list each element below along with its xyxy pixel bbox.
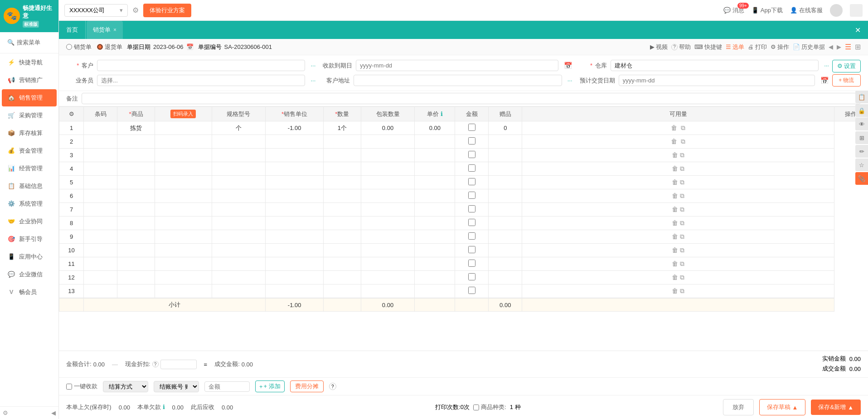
cell-gift-1[interactable] xyxy=(455,121,489,135)
sidebar-item-operations[interactable]: 📊 经营管理 xyxy=(2,160,57,177)
sidebar-item-marketing[interactable]: 📢 营销推广 xyxy=(2,72,57,89)
delete-icon-1[interactable]: 🗑 xyxy=(671,124,677,131)
expense-help-icon[interactable]: ? xyxy=(329,383,336,390)
one-click-payment-checkbox[interactable]: 一键收款 xyxy=(66,382,97,390)
sidebar-settings-icon[interactable]: ⚙ xyxy=(3,409,8,416)
cell-price-1[interactable]: 0.00 xyxy=(361,121,415,135)
grid-view-icon[interactable]: ⊞ xyxy=(855,43,861,51)
float-btn-view[interactable]: 👁 xyxy=(855,118,868,130)
sidebar-item-guide[interactable]: 🎯 新手引导 xyxy=(2,231,57,248)
customer-input[interactable] xyxy=(97,60,305,71)
copy-icon-1[interactable]: ⧉ xyxy=(681,124,685,131)
copy-icon-3[interactable]: ⧉ xyxy=(680,151,684,159)
receivable-date-input[interactable] xyxy=(356,60,558,71)
payment-checkbox-input[interactable] xyxy=(66,384,72,390)
toolbar-operation-btn[interactable]: ⚙ 操作 xyxy=(771,43,789,51)
float-btn-star[interactable]: ☆ xyxy=(855,159,868,171)
sidebar-item-purchase[interactable]: 🛒 采购管理 xyxy=(2,107,57,124)
scan-btn[interactable]: 扫码录入 xyxy=(170,110,196,118)
sidebar-item-quick-nav[interactable]: ⚡ 快捷导航 xyxy=(2,54,57,71)
tab-home[interactable]: 首页 xyxy=(59,21,86,39)
salesperson-more-btn[interactable]: ··· xyxy=(310,77,315,84)
sidebar-item-basic[interactable]: 📋 基础信息 xyxy=(2,178,57,195)
delete-icon-2[interactable]: 🗑 xyxy=(671,138,677,145)
payment-method-select[interactable]: 结算方式 xyxy=(103,381,148,392)
app-download-area[interactable]: 📱 App下载 xyxy=(752,6,783,14)
sidebar-item-apps[interactable]: 📱 应用中心 xyxy=(2,248,57,265)
sidebar-item-wechat[interactable]: 💬 企业微信 xyxy=(2,266,57,283)
search-menu-item[interactable]: 🔍 搜索菜单 xyxy=(4,36,55,49)
sidebar-item-system[interactable]: ⚙️ 系统管理 xyxy=(2,195,57,212)
toolbar-print-btn[interactable]: 🖨 打印 xyxy=(748,43,767,51)
payment-amount-input[interactable] xyxy=(204,381,250,392)
gift-checkbox-2[interactable] xyxy=(468,137,475,144)
date-calendar-icon[interactable]: 📅 xyxy=(186,43,194,50)
cell-qty-1[interactable]: -1.00 xyxy=(266,121,324,135)
toolbar-select-btn[interactable]: ☰ 选单 xyxy=(726,43,744,51)
prev-icon[interactable]: ◀ xyxy=(829,43,833,50)
float-btn-attach[interactable]: 📎 xyxy=(855,172,868,185)
radio-sale-input[interactable] xyxy=(66,44,72,50)
float-btn-copy[interactable]: 📋 xyxy=(855,91,868,103)
tab-close-button[interactable]: × xyxy=(113,27,116,33)
delete-icon-3[interactable]: 🗑 xyxy=(672,151,678,159)
th-settings[interactable]: ⚙ xyxy=(59,107,84,121)
sidebar-item-enterprise[interactable]: 🤝 企业协同 xyxy=(2,213,57,230)
tab-bar-close-all[interactable]: ✕ xyxy=(848,26,868,34)
float-btn-grid[interactable]: ⊞ xyxy=(855,131,868,144)
next-icon[interactable]: ▶ xyxy=(837,43,841,50)
list-view-icon[interactable]: ☰ xyxy=(845,43,851,51)
customer-address-input[interactable] xyxy=(354,75,562,86)
cell-product-2[interactable] xyxy=(117,135,155,149)
sidebar-item-finance[interactable]: 💰 资金管理 xyxy=(2,142,57,159)
expense-btn[interactable]: 费用分摊 xyxy=(290,380,324,392)
address-more-btn[interactable]: ··· xyxy=(567,77,572,84)
delivery-calendar-icon[interactable]: 📅 xyxy=(820,77,829,85)
toolbar-help-btn[interactable]: ? 帮助 xyxy=(671,43,691,51)
settings-button[interactable]: ⚙ 设置 xyxy=(832,60,861,72)
cell-gift-2[interactable] xyxy=(455,135,489,149)
add-payment-btn[interactable]: + + 添加 xyxy=(255,380,285,392)
warehouse-more-btn[interactable]: ··· xyxy=(824,62,829,69)
tab-sales-order[interactable]: 销货单 × xyxy=(87,21,123,39)
account-select[interactable]: 结账账号 账号 xyxy=(154,381,199,392)
radio-return-input[interactable] xyxy=(97,44,103,50)
cell-price-2[interactable] xyxy=(361,135,415,149)
online-service-area[interactable]: 👤 在线客服 xyxy=(790,6,823,14)
user-avatar[interactable] xyxy=(830,4,843,17)
discount-input[interactable] xyxy=(160,360,197,369)
save-draft-button[interactable]: 保存草稿 ▲ xyxy=(759,399,806,415)
sidebar-item-member[interactable]: V 畅会员 xyxy=(2,284,57,301)
gift-checkbox-3[interactable] xyxy=(468,151,475,158)
expected-delivery-input[interactable] xyxy=(619,75,815,86)
radio-sale[interactable]: 销货单 xyxy=(66,43,92,51)
owe2-info-icon[interactable]: ℹ xyxy=(163,404,165,410)
toolbar-history-btn[interactable]: 📄 历史单据 xyxy=(793,43,825,51)
trial-button[interactable]: 体验行业方案 xyxy=(143,4,191,17)
sidebar-collapse-icon[interactable]: ◀ xyxy=(51,409,56,416)
abandon-button[interactable]: 放弃 xyxy=(723,399,754,415)
product-types-checkbox[interactable] xyxy=(473,405,479,410)
cell-qty-2[interactable] xyxy=(266,135,324,149)
remark-input[interactable] xyxy=(82,93,861,104)
settings-icon-topbar[interactable]: ⚙ xyxy=(132,6,139,14)
float-btn-edit[interactable]: ✏ xyxy=(855,145,868,158)
customer-more-btn[interactable]: ··· xyxy=(310,62,315,69)
company-selector[interactable]: XXXXXX公司 ▾ xyxy=(64,4,128,17)
sidebar-item-inventory[interactable]: 📦 库存核算 xyxy=(2,125,57,142)
receivable-calendar-icon[interactable]: 📅 xyxy=(564,62,572,70)
cell-spec-1[interactable] xyxy=(155,121,212,135)
cell-barcode-1[interactable] xyxy=(84,121,117,135)
save-new-button[interactable]: 保存&新增 ▲ xyxy=(811,400,861,415)
copy-icon-2[interactable]: ⧉ xyxy=(681,138,685,145)
cell-barcode-2[interactable] xyxy=(84,135,117,149)
toolbar-shortcut-btn[interactable]: ⌨ 快捷键 xyxy=(694,43,722,51)
message-badge-area[interactable]: 💬 消息 99+ xyxy=(723,6,744,14)
cell-unit-2[interactable] xyxy=(212,135,266,149)
sidebar-item-sales[interactable]: 🏠 销售管理 xyxy=(2,89,57,106)
cell-spec-2[interactable] xyxy=(155,135,212,149)
float-btn-lock[interactable]: 🔒 xyxy=(855,104,868,117)
gift-checkbox-1[interactable] xyxy=(468,124,475,131)
th-scan[interactable]: 扫码录入 xyxy=(155,107,212,121)
discount-info-icon[interactable]: ? xyxy=(152,361,159,367)
